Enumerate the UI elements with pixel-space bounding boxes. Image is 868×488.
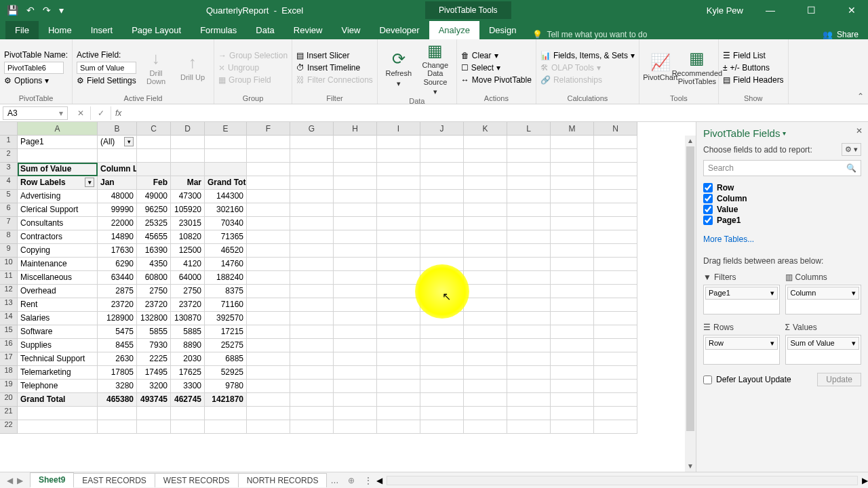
cell[interactable] xyxy=(334,258,377,271)
cell[interactable] xyxy=(464,393,507,407)
cell[interactable] xyxy=(247,244,290,258)
cell[interactable]: 4120 xyxy=(171,258,205,271)
cell[interactable] xyxy=(507,366,551,380)
tab-file[interactable]: File xyxy=(5,21,39,39)
cell[interactable] xyxy=(334,380,377,393)
column-header[interactable]: C xyxy=(137,122,171,136)
cell[interactable]: 105920 xyxy=(171,203,205,217)
active-field-input[interactable] xyxy=(77,62,136,74)
cell[interactable] xyxy=(507,339,551,352)
cell[interactable] xyxy=(464,203,507,217)
cell[interactable] xyxy=(290,163,334,176)
field-list-button[interactable]: ☰ Field List xyxy=(723,50,784,61)
cell[interactable]: 9780 xyxy=(205,380,247,393)
cell[interactable] xyxy=(420,163,464,176)
cell[interactable]: Salaries xyxy=(18,312,98,325)
cell[interactable] xyxy=(507,217,551,230)
cell[interactable] xyxy=(377,230,420,244)
cell[interactable] xyxy=(464,230,507,244)
cell[interactable] xyxy=(290,352,334,366)
select-button[interactable]: ☐ Select ▾ xyxy=(461,62,532,73)
cell[interactable] xyxy=(420,380,464,393)
cell[interactable] xyxy=(507,298,551,312)
close-pane-icon[interactable]: ✕ xyxy=(856,126,863,136)
insert-slicer-button[interactable]: ▤ Insert Slicer xyxy=(296,50,373,61)
row-header[interactable]: 20 xyxy=(0,393,18,407)
cell[interactable]: 5855 xyxy=(137,325,171,339)
cell[interactable] xyxy=(464,352,507,366)
cell[interactable] xyxy=(137,420,171,434)
cell[interactable] xyxy=(464,339,507,352)
cell[interactable] xyxy=(420,393,464,407)
cell[interactable]: 10820 xyxy=(171,230,205,244)
filter-dropdown-icon[interactable]: ▾ xyxy=(124,137,134,146)
cell[interactable] xyxy=(594,258,637,271)
cell[interactable] xyxy=(551,339,594,352)
cell[interactable] xyxy=(507,271,551,285)
cell[interactable] xyxy=(594,352,637,366)
cell[interactable] xyxy=(551,149,594,163)
cell[interactable] xyxy=(420,176,464,190)
cell[interactable] xyxy=(290,136,334,149)
column-header[interactable]: A xyxy=(18,122,98,136)
cell[interactable]: 4350 xyxy=(137,258,171,271)
cell[interactable] xyxy=(247,298,290,312)
cell[interactable] xyxy=(377,176,420,190)
cell[interactable]: 130870 xyxy=(171,312,205,325)
cell[interactable] xyxy=(377,203,420,217)
cell[interactable] xyxy=(334,407,377,420)
column-header[interactable]: K xyxy=(464,122,507,136)
cell[interactable] xyxy=(507,190,551,203)
cell[interactable]: 99990 xyxy=(98,203,137,217)
cell[interactable] xyxy=(98,149,137,163)
cell[interactable] xyxy=(377,271,420,285)
sheet-nav-prev-icon[interactable]: ◀ xyxy=(7,476,13,485)
select-all-corner[interactable] xyxy=(0,122,18,136)
cell[interactable]: Overhead xyxy=(18,285,98,298)
cell[interactable]: 60800 xyxy=(137,271,171,285)
recommended-pivottables-button[interactable]: ▦Recommended PivotTables xyxy=(680,49,714,85)
cell[interactable] xyxy=(420,312,464,325)
field-headers-button[interactable]: ▤ Field Headers xyxy=(723,75,784,85)
cell[interactable] xyxy=(334,217,377,230)
cell[interactable] xyxy=(507,163,551,176)
filter-field[interactable]: Page1▾ xyxy=(705,287,778,300)
cell[interactable] xyxy=(247,203,290,217)
column-header[interactable]: D xyxy=(171,122,205,136)
cell[interactable] xyxy=(205,163,247,176)
tab-analyze[interactable]: Analyze xyxy=(429,21,479,39)
chevron-down-icon[interactable]: ▾ xyxy=(59,108,63,118)
cell[interactable] xyxy=(377,298,420,312)
cell[interactable]: 46520 xyxy=(205,244,247,258)
cell[interactable] xyxy=(551,285,594,298)
cell[interactable] xyxy=(247,420,290,434)
close-button[interactable]: ✕ xyxy=(838,5,865,16)
cell[interactable] xyxy=(247,325,290,339)
cell[interactable]: 5475 xyxy=(98,325,137,339)
worksheet-grid[interactable]: ABCDEFGHIJKLMN 1Page1(All)▾23Sum of Valu… xyxy=(0,122,696,472)
cell[interactable] xyxy=(594,176,637,190)
cell[interactable] xyxy=(377,366,420,380)
cell[interactable]: 17630 xyxy=(98,244,137,258)
cell[interactable] xyxy=(98,420,137,434)
cell[interactable] xyxy=(334,271,377,285)
cell[interactable]: 71160 xyxy=(205,298,247,312)
cell[interactable] xyxy=(551,203,594,217)
cell[interactable] xyxy=(594,393,637,407)
cell[interactable] xyxy=(98,407,137,420)
filters-area[interactable]: Page1▾ xyxy=(703,285,780,314)
cell[interactable]: Feb xyxy=(137,176,171,190)
cell[interactable] xyxy=(247,136,290,149)
cell[interactable] xyxy=(334,420,377,434)
cell[interactable]: 47300 xyxy=(171,190,205,203)
cell[interactable] xyxy=(507,380,551,393)
cell[interactable]: Column Labels▾ xyxy=(98,163,137,176)
sheet-tab[interactable]: WEST RECORDS xyxy=(155,473,239,487)
cell[interactable] xyxy=(551,352,594,366)
cell[interactable] xyxy=(247,271,290,285)
user-name[interactable]: Kyle Pew xyxy=(707,5,743,16)
cell[interactable] xyxy=(464,176,507,190)
cell[interactable] xyxy=(464,136,507,149)
cell[interactable] xyxy=(290,258,334,271)
redo-icon[interactable]: ↷ xyxy=(43,5,51,16)
